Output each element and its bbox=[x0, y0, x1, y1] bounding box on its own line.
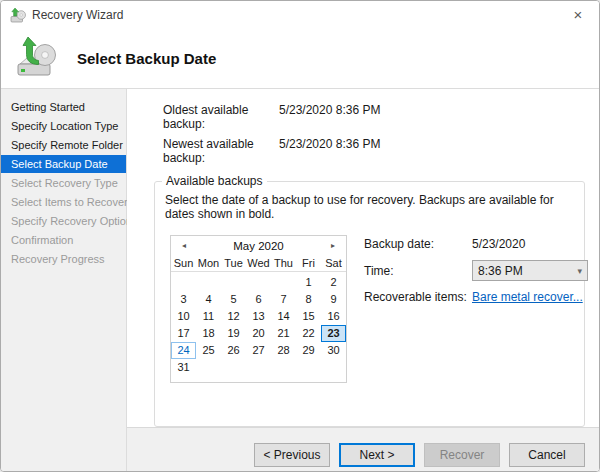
sidebar-item-select-items-to-recover[interactable]: Select Items to Recover bbox=[1, 193, 126, 211]
sidebar-item-specify-recovery-options[interactable]: Specify Recovery Options bbox=[1, 212, 126, 230]
sidebar-item-getting-started[interactable]: Getting Started bbox=[1, 98, 126, 116]
sidebar-item-confirmation[interactable]: Confirmation bbox=[1, 231, 126, 249]
calendar-day-names: SunMonTueWedThuFriSat bbox=[171, 257, 346, 272]
available-backups-description: Select the date of a backup to use for r… bbox=[165, 193, 574, 221]
calendar-day-5[interactable]: 5 bbox=[221, 291, 246, 308]
wizard-body: Getting StartedSpecify Location TypeSpec… bbox=[1, 89, 599, 471]
calendar-empty-cell bbox=[296, 359, 321, 376]
available-backups-groupbox: Available backups Select the date of a b… bbox=[154, 181, 585, 427]
calendar-empty-cell bbox=[271, 359, 296, 376]
calendar-day-31[interactable]: 31 bbox=[171, 359, 196, 376]
calendar-empty-cell bbox=[221, 274, 246, 291]
calendar-day-19[interactable]: 19 bbox=[221, 325, 246, 342]
oldest-backup-label: Oldest available backup: bbox=[163, 103, 279, 131]
calendar-day-4[interactable]: 4 bbox=[196, 291, 221, 308]
calendar-empty-cell bbox=[196, 274, 221, 291]
calendar-day-11[interactable]: 11 bbox=[196, 308, 221, 325]
calendar-day-2[interactable]: 2 bbox=[321, 274, 346, 291]
titlebar: Recovery Wizard × bbox=[1, 1, 599, 29]
calendar-day-17[interactable]: 17 bbox=[171, 325, 196, 342]
calendar-empty-cell bbox=[246, 359, 271, 376]
calendar-day-22[interactable]: 22 bbox=[296, 325, 321, 342]
calendar-day-15[interactable]: 15 bbox=[296, 308, 321, 325]
calendar-day-6[interactable]: 6 bbox=[246, 291, 271, 308]
calendar-dayname-tue: Tue bbox=[221, 257, 246, 269]
oldest-backup-row: Oldest available backup: 5/23/2020 8:36 … bbox=[163, 103, 585, 131]
calendar-dayname-fri: Fri bbox=[296, 257, 321, 269]
recovery-wizard-app-icon bbox=[10, 7, 26, 23]
calendar-empty-cell bbox=[221, 359, 246, 376]
calendar-dayname-thu: Thu bbox=[271, 257, 296, 269]
calendar-dayname-sun: Sun bbox=[171, 257, 196, 269]
available-backups-label: Available backups bbox=[162, 174, 267, 188]
recover-button[interactable]: Recover bbox=[424, 443, 500, 467]
wizard-steps-sidebar: Getting StartedSpecify Location TypeSpec… bbox=[1, 89, 127, 471]
time-value: 8:36 PM bbox=[478, 264, 523, 278]
calendar-empty-cell bbox=[246, 274, 271, 291]
sidebar-item-recovery-progress[interactable]: Recovery Progress bbox=[1, 250, 126, 268]
calendar-day-20[interactable]: 20 bbox=[246, 325, 271, 342]
calendar-empty-cell bbox=[196, 359, 221, 376]
sidebar-item-specify-location-type[interactable]: Specify Location Type bbox=[1, 117, 126, 135]
recoverable-items-label: Recoverable items: bbox=[364, 290, 472, 304]
calendar-empty-cell bbox=[171, 274, 196, 291]
recoverable-items-link[interactable]: Bare metal recover... bbox=[472, 290, 588, 304]
backup-date-label: Backup date: bbox=[364, 237, 472, 251]
newest-backup-row: Newest available backup: 5/23/2020 8:36 … bbox=[163, 137, 585, 165]
calendar-next-month-icon[interactable]: ▸ bbox=[327, 240, 339, 252]
backup-date-calendar: ◂ May 2020 ▸ SunMonTueWedThuFriSat 12345… bbox=[170, 235, 347, 383]
calendar-grid: 1234567891011121314151617181920212223242… bbox=[171, 274, 346, 376]
calendar-day-18[interactable]: 18 bbox=[196, 325, 221, 342]
calendar-day-3[interactable]: 3 bbox=[171, 291, 196, 308]
calendar-empty-cell bbox=[271, 274, 296, 291]
next-button[interactable]: Next > bbox=[339, 443, 415, 467]
calendar-day-21[interactable]: 21 bbox=[271, 325, 296, 342]
calendar-header: ◂ May 2020 ▸ bbox=[171, 236, 346, 254]
time-label: Time: bbox=[364, 264, 472, 278]
cancel-button[interactable]: Cancel bbox=[509, 443, 585, 467]
sidebar-item-select-recovery-type[interactable]: Select Recovery Type bbox=[1, 174, 126, 192]
backup-date-value: 5/23/2020 bbox=[472, 237, 588, 251]
chevron-down-icon: ▾ bbox=[577, 266, 582, 276]
backup-picker-row: ◂ May 2020 ▸ SunMonTueWedThuFriSat 12345… bbox=[165, 235, 574, 383]
calendar-day-10[interactable]: 10 bbox=[171, 308, 196, 325]
page-title: Select Backup Date bbox=[77, 50, 216, 67]
calendar-day-13[interactable]: 13 bbox=[246, 308, 271, 325]
calendar-day-27[interactable]: 27 bbox=[246, 342, 271, 359]
calendar-dayname-sat: Sat bbox=[321, 257, 346, 269]
calendar-day-8[interactable]: 8 bbox=[296, 291, 321, 308]
calendar-day-23[interactable]: 23 bbox=[321, 325, 346, 342]
backup-details-panel: Backup date: 5/23/2020 Time: 8:36 PM ▾ R… bbox=[364, 235, 588, 304]
calendar-day-29[interactable]: 29 bbox=[296, 342, 321, 359]
restore-disk-icon bbox=[14, 36, 60, 82]
calendar-day-28[interactable]: 28 bbox=[271, 342, 296, 359]
calendar-day-12[interactable]: 12 bbox=[221, 308, 246, 325]
calendar-dayname-wed: Wed bbox=[246, 257, 271, 269]
oldest-backup-value: 5/23/2020 8:36 PM bbox=[279, 103, 380, 131]
newest-backup-value: 5/23/2020 8:36 PM bbox=[279, 137, 380, 165]
wizard-header: Select Backup Date bbox=[1, 29, 599, 89]
wizard-footer: < Previous Next > Recover Cancel bbox=[127, 427, 599, 472]
calendar-day-16[interactable]: 16 bbox=[321, 308, 346, 325]
main-panel: Oldest available backup: 5/23/2020 8:36 … bbox=[127, 89, 599, 471]
calendar-day-24[interactable]: 24 bbox=[171, 342, 196, 359]
close-icon[interactable]: × bbox=[557, 1, 599, 29]
sidebar-item-specify-remote-folder[interactable]: Specify Remote Folder bbox=[1, 136, 126, 154]
previous-button[interactable]: < Previous bbox=[254, 443, 330, 467]
calendar-prev-month-icon[interactable]: ◂ bbox=[178, 240, 190, 252]
calendar-day-7[interactable]: 7 bbox=[271, 291, 296, 308]
calendar-day-9[interactable]: 9 bbox=[321, 291, 346, 308]
calendar-empty-cell bbox=[321, 359, 346, 376]
calendar-day-30[interactable]: 30 bbox=[321, 342, 346, 359]
content-area: Oldest available backup: 5/23/2020 8:36 … bbox=[127, 89, 599, 427]
calendar-day-1[interactable]: 1 bbox=[296, 274, 321, 291]
window-title: Recovery Wizard bbox=[32, 8, 557, 22]
calendar-day-26[interactable]: 26 bbox=[221, 342, 246, 359]
calendar-dayname-mon: Mon bbox=[196, 257, 221, 269]
time-dropdown[interactable]: 8:36 PM ▾ bbox=[472, 260, 588, 281]
newest-backup-label: Newest available backup: bbox=[163, 137, 279, 165]
calendar-day-14[interactable]: 14 bbox=[271, 308, 296, 325]
sidebar-item-select-backup-date[interactable]: Select Backup Date bbox=[1, 155, 126, 173]
calendar-day-25[interactable]: 25 bbox=[196, 342, 221, 359]
calendar-month-label: May 2020 bbox=[190, 240, 327, 252]
